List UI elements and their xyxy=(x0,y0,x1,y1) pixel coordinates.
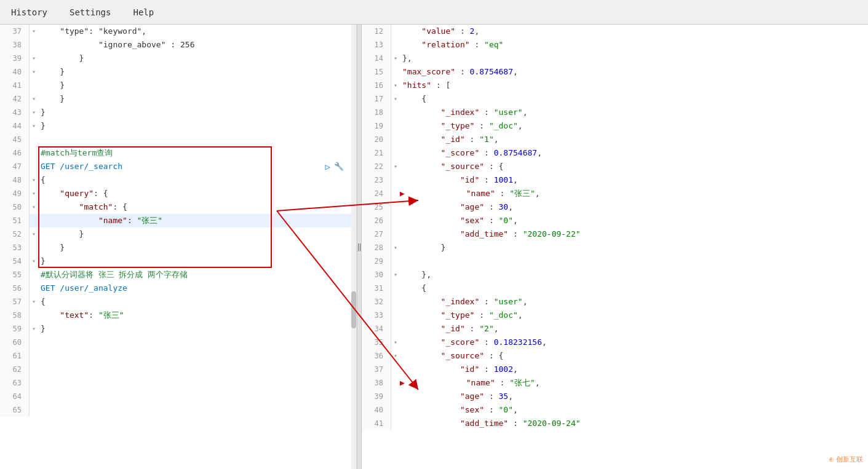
fold-icon[interactable]: ▾ xyxy=(30,65,38,79)
line-content: { xyxy=(38,295,356,309)
line-number: 53 xyxy=(0,241,30,254)
line-content: "_id" : "1", xyxy=(400,133,868,146)
line-content: } xyxy=(38,92,356,106)
line-number: 63 xyxy=(0,376,30,390)
right-line-41: 41 "add_time" : "2020-09-24" xyxy=(362,417,868,430)
fold-icon[interactable]: ▾ xyxy=(391,241,400,254)
line-content: "name": "张三" xyxy=(38,214,356,227)
fold-icon[interactable]: ▾ xyxy=(391,79,400,92)
line-number: 62 xyxy=(0,363,30,376)
left-line-49: 49▾ "query": { xyxy=(0,187,356,200)
line-number: 31 xyxy=(362,282,391,295)
line-number: 36 xyxy=(362,349,391,363)
left-line-47: 47GET /user/_search ▷ 🔧 xyxy=(0,160,356,173)
fold-icon[interactable]: ▾ xyxy=(30,173,38,187)
line-content: "_score" : 0.18232156, xyxy=(400,336,868,349)
fold-icon[interactable]: ▾ xyxy=(30,92,38,106)
right-line-17: 17▾ { xyxy=(362,92,868,106)
line-content: "id" : 1002, xyxy=(400,363,868,376)
fold-icon[interactable]: ▾ xyxy=(391,52,400,65)
line-number: 21 xyxy=(362,146,391,160)
right-line-14: 14▾}, xyxy=(362,52,868,65)
line-content: "_index" : "user", xyxy=(400,106,868,119)
line-number: 32 xyxy=(362,295,391,309)
fold-icon[interactable]: ▾ xyxy=(30,295,38,309)
line-number: 29 xyxy=(362,254,391,268)
line-number: 57 xyxy=(0,295,30,309)
right-code-area: 12 "value" : 2,13 "relation" : "eq"14▾},… xyxy=(362,25,868,469)
menu-settings[interactable]: Settings xyxy=(65,5,116,20)
line-content: "_type" : "_doc", xyxy=(400,119,868,133)
menu-history[interactable]: History xyxy=(6,5,52,20)
fold-icon[interactable]: ▾ xyxy=(391,92,400,106)
right-line-23: 23 "id" : 1001, xyxy=(362,173,868,187)
line-content: "type": "keyword", xyxy=(38,25,356,38)
right-line-12: 12 "value" : 2, xyxy=(362,25,868,38)
right-line-38: 38▶ "name" : "张七", xyxy=(362,376,868,390)
right-line-39: 39 "age" : 35, xyxy=(362,390,868,403)
line-content: } xyxy=(38,52,356,65)
line-content: #match与term查询 xyxy=(38,146,356,160)
left-line-59: 59▾} xyxy=(0,322,356,336)
line-number: 12 xyxy=(362,25,391,38)
left-line-46: 46#match与term查询 xyxy=(0,146,356,160)
line-number: 26 xyxy=(362,214,391,227)
line-number: 59 xyxy=(0,322,30,336)
fold-icon[interactable]: ▾ xyxy=(391,160,400,173)
line-number: 58 xyxy=(0,309,30,322)
line-content: } xyxy=(400,241,868,254)
panel-splitter[interactable]: ‖ xyxy=(357,25,362,469)
right-line-40: 40 "sex" : "0", xyxy=(362,403,868,417)
fold-icon[interactable]: ▾ xyxy=(30,119,38,133)
line-number: 33 xyxy=(362,309,391,322)
fold-icon[interactable]: ▾ xyxy=(30,106,38,119)
fold-icon[interactable]: ▾ xyxy=(30,187,38,200)
fold-icon[interactable]: ▾ xyxy=(391,336,400,349)
fold-icon[interactable]: ▾ xyxy=(30,200,38,214)
line-content: "ignore_above" : 256 xyxy=(38,38,356,52)
line-number: 46 xyxy=(0,146,30,160)
run-icon[interactable]: ▷ xyxy=(325,160,330,173)
watermark: ⊕ 创新互联 xyxy=(829,455,863,464)
right-line-19: 19 "_type" : "_doc", xyxy=(362,119,868,133)
right-inner: 12 "value" : 2,13 "relation" : "eq"14▾},… xyxy=(362,25,868,469)
left-scrollbar[interactable] xyxy=(351,25,356,469)
line-content: }, xyxy=(400,52,868,65)
left-line-63: 63 xyxy=(0,376,356,390)
line-number: 65 xyxy=(0,403,30,417)
fold-icon[interactable]: ▾ xyxy=(30,52,38,65)
right-line-27: 27 "add_time" : "2020-09-22" xyxy=(362,227,868,241)
line-content: "value" : 2, xyxy=(400,25,868,38)
line-content: } xyxy=(38,227,356,241)
fold-icon[interactable]: ▾ xyxy=(30,227,38,241)
menubar: History Settings Help xyxy=(0,0,868,25)
line-content: } xyxy=(38,106,356,119)
right-line-31: 31 { xyxy=(362,282,868,295)
fold-icon[interactable]: ▾ xyxy=(391,268,400,282)
right-panel: 12 "value" : 2,13 "relation" : "eq"14▾},… xyxy=(362,25,868,469)
line-number: 40 xyxy=(0,65,30,79)
line-content: "add_time" : "2020-09-24" xyxy=(400,417,868,430)
right-line-34: 34 "_id" : "2", xyxy=(362,322,868,336)
left-line-40: 40▾ } xyxy=(0,65,356,79)
fold-icon[interactable]: ▾ xyxy=(30,25,38,38)
line-content: "_score" : 0.8754687, xyxy=(400,146,868,160)
fold-icon[interactable]: ▾ xyxy=(30,254,38,268)
line-number: 19 xyxy=(362,119,391,133)
line-content: GET /user/_analyze xyxy=(38,282,356,295)
line-content: #默认分词器将 张三 拆分成 两个字存储 xyxy=(38,268,356,282)
line-number: 56 xyxy=(0,282,30,295)
left-line-51: 51 "name": "张三" xyxy=(0,214,356,227)
left-line-52: 52▾ } xyxy=(0,227,356,241)
left-line-37: 37▾ "type": "keyword", xyxy=(0,25,356,38)
left-scrollbar-thumb[interactable] xyxy=(351,291,356,328)
wrench-icon[interactable]: 🔧 xyxy=(334,160,344,173)
line-content: "age" : 35, xyxy=(400,390,868,403)
left-line-45: 45 xyxy=(0,133,356,146)
line-number: 54 xyxy=(0,254,30,268)
fold-icon[interactable]: ▾ xyxy=(391,349,400,363)
fold-icon[interactable]: ▾ xyxy=(30,322,38,336)
line-content: "age" : 30, xyxy=(400,200,868,214)
line-number: 28 xyxy=(362,241,391,254)
menu-help[interactable]: Help xyxy=(128,5,159,20)
